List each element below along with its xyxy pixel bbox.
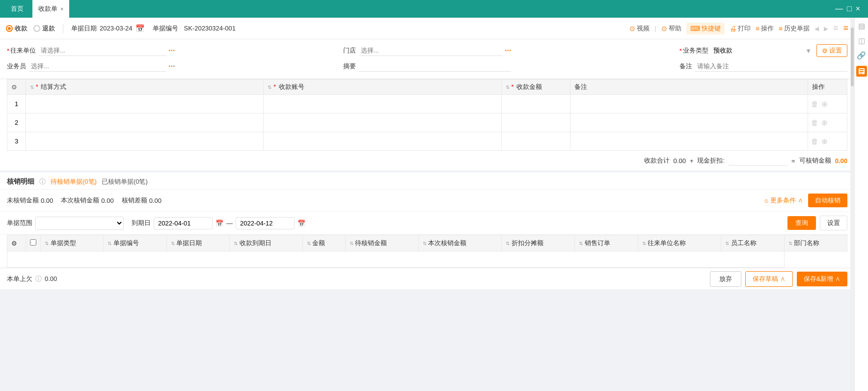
history-btn[interactable]: ≡ 历史单据 [779,24,810,33]
staff-more-icon[interactable]: ··· [168,62,175,71]
sub-th-11: ⇅ 部门名称 [784,235,847,251]
settle-input-0[interactable] [26,95,263,113]
radio-refund-dot [33,25,40,32]
filter-setting-btn[interactable]: 设置 [820,216,847,230]
delete-icon-0[interactable]: 🗑 [811,100,818,108]
row-settle-2[interactable] [26,132,264,151]
copy-icon-2[interactable]: ⊕ [821,137,828,146]
window-maximize[interactable]: □ [847,4,852,13]
tab-close-icon[interactable]: × [60,6,63,12]
sub-th-9: ⇅ 往来单位名称 [638,235,721,251]
unchecked-value: 0.00 [41,197,53,204]
sub-sort-icon-9: ⇅ [642,241,646,246]
row-amount-1[interactable] [501,113,570,132]
partner-input[interactable] [39,45,166,56]
delete-icon-2[interactable]: 🗑 [811,137,818,145]
summary-field: 摘要 [343,61,511,72]
account-input-1[interactable] [264,113,501,132]
copy-icon-0[interactable]: ⊕ [821,100,828,109]
help-btn[interactable]: ⊙ 帮助 [661,24,681,33]
toolbar-no-field: 单据编号 SK-20230324-001 [153,24,236,33]
section-info-icon[interactable]: ⓘ [39,177,46,186]
account-input-2[interactable] [264,132,501,150]
save-draft-btn[interactable]: 保存草稿 ∧ [745,271,793,287]
row-remark-0[interactable] [570,95,808,113]
cal-to-icon[interactable]: 📅 [298,220,305,227]
row-remark-1[interactable] [570,113,808,132]
discount-label: 现金折扣: [697,156,725,165]
copy-icon-1[interactable]: ⊕ [821,118,828,127]
select-all-checkbox[interactable] [30,239,36,246]
save-new-btn[interactable]: 保存&新增 ∧ [797,272,847,286]
radio-receipt[interactable]: 收款 [6,24,27,33]
tab-active[interactable]: 收款单 × [32,0,69,18]
remark-input[interactable] [695,61,847,72]
pending-tab[interactable]: 待核销单据(0笔) [51,177,97,186]
date-from-input[interactable] [154,217,213,229]
video-btn[interactable]: ⊙ 视频 [629,24,650,33]
row-settle-1[interactable] [26,113,264,132]
settle-input-2[interactable] [26,132,263,150]
sidebar-icon-4[interactable] [856,66,867,77]
row-no-2: 3 [7,132,26,151]
settle-input-1[interactable] [26,113,263,132]
query-btn[interactable]: 查询 [787,216,816,230]
date-value: 2023-03-24 [100,25,133,32]
sidebar-icon-2[interactable]: ◫ [858,36,865,45]
more-filter-btn[interactable]: ⌽ 更多条件 ∧ [764,196,803,205]
abandon-btn[interactable]: 放弃 [710,271,741,287]
calendar-icon[interactable]: 📅 [136,24,145,33]
footer-info-icon[interactable]: ⓘ [35,275,42,283]
operation-btn[interactable]: ≡ 操作 [756,24,774,33]
settings-label: 设置 [829,46,842,55]
row-amount-0[interactable] [501,95,570,113]
print-btn[interactable]: 🖨 打印 [730,24,751,33]
radio-refund[interactable]: 退款 [33,24,55,33]
window-close[interactable]: × [856,4,860,13]
sidebar-icon-3[interactable]: 🔗 [857,51,866,60]
auto-reconcile-btn[interactable]: 自动核销 [808,194,847,207]
account-input-0[interactable] [264,95,501,113]
amount-input-0[interactable] [502,95,570,113]
store-more-icon[interactable]: ··· [505,46,511,55]
section-header: 核销明细 ⓘ 待核销单据(0笔) 已核销单据(0笔) [0,172,854,190]
row-account-0[interactable] [264,95,501,113]
staff-input[interactable] [29,61,166,72]
row-account-1[interactable] [264,113,501,132]
discount-input[interactable] [729,156,787,166]
tab-home[interactable]: 首页 [4,0,30,18]
radio-group: 收款 退款 [6,24,55,33]
th-gear[interactable]: ⚙ [7,80,26,95]
tab-bar-right: — □ × [835,4,864,13]
delete-icon-1[interactable]: 🗑 [811,118,818,127]
receipt-table-wrapper: ⚙ ⇅ * 结算方式 ⇅ * 收款账号 ⇅ * 收款 [0,79,854,151]
scrollbar-thumb[interactable] [851,28,854,86]
summary-input[interactable] [359,61,511,72]
store-input[interactable] [359,45,503,56]
range-select[interactable] [35,217,124,230]
sidebar-icon-1[interactable]: ▤ [858,22,865,30]
help-label: 帮助 [669,24,681,33]
remark-input-0[interactable] [570,95,808,113]
th-checkbox[interactable] [26,235,41,251]
sub-th-gear[interactable]: ⚙ [7,235,26,251]
amount-input-2[interactable] [502,132,570,150]
cal-from-icon[interactable]: 📅 [216,220,223,227]
row-settle-0[interactable] [26,95,264,113]
settings-button[interactable]: ⚙ 设置 [816,44,847,57]
stats-right: ⌽ 更多条件 ∧ 自动核销 [764,194,847,207]
partner-more-icon[interactable]: ··· [168,46,175,55]
row-remark-2[interactable] [570,132,808,151]
biz-dropdown-icon[interactable]: ▼ [805,47,812,55]
amount-input-1[interactable] [502,113,570,132]
date-to-input[interactable] [236,217,295,229]
remark-input-2[interactable] [570,132,808,150]
save-new-label: 保存&新增 ∧ [804,275,841,283]
row-account-2[interactable] [264,132,501,151]
remark-input-1[interactable] [570,113,808,132]
done-tab[interactable]: 已核销单据(0笔) [102,177,148,186]
scrollbar[interactable] [850,18,854,391]
shortcut-btn[interactable]: ⌨ 快捷键 [686,23,725,34]
row-amount-2[interactable] [501,132,570,151]
window-minimize[interactable]: — [835,4,843,13]
